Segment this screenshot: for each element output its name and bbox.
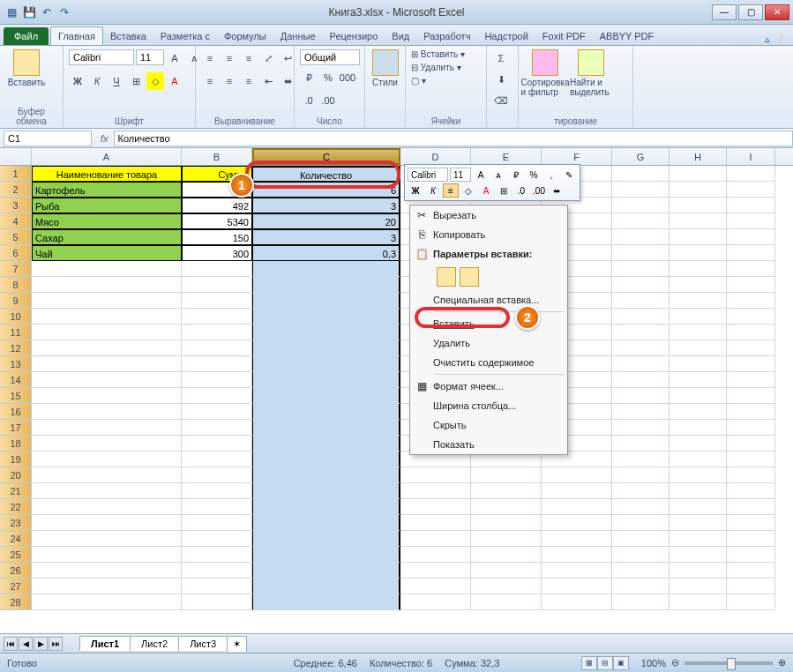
row-header[interactable]: 16 [0,404,32,420]
col-header-i[interactable]: I [727,148,775,165]
mini-size-combo[interactable] [450,168,471,182]
mini-fontcolor-icon[interactable]: A [478,183,494,198]
cell[interactable] [32,388,182,404]
cell[interactable]: 3 [252,229,400,245]
format-cells-button[interactable]: ▢ ▾ [411,76,426,86]
cell[interactable] [252,499,400,515]
ctx-format-cells[interactable]: ▦Формат ячеек... [410,377,567,396]
mini-comma-icon[interactable]: , [543,168,559,182]
cell[interactable] [727,563,775,579]
cell[interactable] [670,261,727,277]
cell[interactable] [612,182,670,198]
tab-review[interactable]: Рецензиро [323,27,385,45]
minimize-button[interactable]: — [712,4,737,20]
currency-icon[interactable]: ₽ [300,69,318,86]
ctx-copy[interactable]: ⎘Копировать [410,225,567,244]
cell[interactable] [542,483,612,499]
cell[interactable] [727,356,775,372]
cell[interactable] [727,579,775,594]
row-header[interactable]: 5 [0,229,32,245]
row-header[interactable]: 18 [0,436,32,452]
cell[interactable] [32,436,182,452]
cell[interactable] [670,356,727,372]
col-header-a[interactable]: A [32,148,182,165]
cell[interactable] [612,531,670,547]
cell[interactable] [727,531,775,547]
col-header-c[interactable]: C [252,148,400,165]
cell[interactable] [727,388,775,404]
cell[interactable] [612,356,670,372]
row-header[interactable]: 7 [0,261,32,277]
cell[interactable] [252,594,400,610]
row-header[interactable]: 14 [0,372,32,388]
cell[interactable] [612,277,670,293]
cell[interactable]: 300 [182,245,252,261]
row-header[interactable]: 12 [0,340,32,356]
cell[interactable]: 6 [252,182,400,198]
cell[interactable] [182,420,252,436]
align-left-icon[interactable]: ≡ [201,72,219,90]
view-layout-icon[interactable]: ▤ [597,656,613,670]
cell[interactable] [471,499,542,515]
cell[interactable] [612,499,670,515]
cell[interactable] [612,213,670,229]
cell[interactable] [612,229,670,245]
cell[interactable] [400,579,471,594]
cell[interactable] [612,467,670,483]
cell[interactable] [727,182,775,198]
cell[interactable] [400,499,471,515]
redo-icon[interactable]: ↷ [56,4,72,20]
styles-button[interactable]: Стили [370,49,400,87]
cell[interactable] [727,277,775,293]
cell[interactable] [612,579,670,594]
paste-button[interactable]: Вставить [5,49,48,87]
delete-cells-button[interactable]: ⊟ Удалить ▾ [411,63,461,72]
cell[interactable] [670,309,727,325]
cell[interactable] [727,483,775,499]
cell[interactable] [32,356,182,372]
cell[interactable] [252,388,400,404]
cell[interactable] [670,198,727,213]
cell[interactable] [670,182,727,198]
cell[interactable] [727,213,775,229]
cell[interactable] [670,325,727,340]
wrap-icon[interactable]: ↩ [279,49,296,67]
close-button[interactable]: ✕ [765,4,789,20]
cell[interactable] [612,261,670,277]
italic-button[interactable]: К [88,72,106,90]
cell[interactable] [612,293,670,309]
row-header[interactable]: 25 [0,547,32,563]
cell[interactable] [252,293,400,309]
zoom-level[interactable]: 100% [641,658,666,668]
cell[interactable] [612,198,670,213]
row-header[interactable]: 24 [0,531,32,547]
cell[interactable] [252,356,400,372]
cell[interactable] [670,452,727,467]
cell[interactable] [252,404,400,420]
row-header[interactable]: 17 [0,420,32,436]
cell[interactable] [727,404,775,420]
comma-icon[interactable]: 000 [339,69,356,86]
row-header[interactable]: 20 [0,467,32,483]
inc-decimal-icon[interactable]: .0 [300,92,318,109]
cell[interactable]: 20 [252,213,400,229]
cell[interactable] [471,579,542,594]
cell[interactable] [670,213,727,229]
cell[interactable]: 150 [182,229,252,245]
ctx-delete[interactable]: Удалить [410,333,567,353]
align-bot-icon[interactable]: ≡ [240,49,258,67]
cell[interactable] [182,547,252,563]
cell[interactable] [670,166,727,182]
merge-icon[interactable]: ⬌ [279,72,296,90]
cell[interactable] [727,452,775,467]
cell[interactable] [32,563,182,579]
zoom-slider[interactable] [685,661,773,665]
row-header[interactable]: 2 [0,182,32,198]
sheet-nav-first[interactable]: ⏮ [4,637,18,651]
ctx-insert[interactable]: Вставить [410,314,567,333]
cell[interactable] [612,452,670,467]
cell[interactable] [32,594,182,610]
cell[interactable] [182,372,252,388]
save-icon[interactable]: 💾 [21,4,37,20]
sheet-nav-next[interactable]: ▶ [34,637,48,651]
